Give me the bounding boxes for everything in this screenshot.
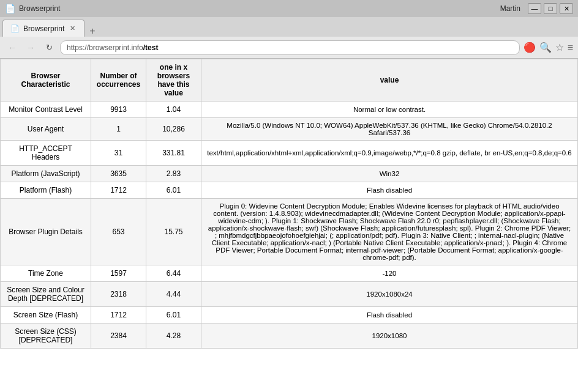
table-row: Platform (JavaScript)36352.83Win32 (1, 166, 578, 182)
cell-characteristic: Platform (Flash) (1, 182, 91, 199)
table-row: Platform (Flash)17126.01Flash disabled (1, 182, 578, 199)
cell-characteristic: Browser Plugin Details (1, 199, 91, 265)
url-path: /test (143, 43, 159, 52)
browser-tab[interactable]: 📄 Browserprint ✕ (2, 20, 84, 37)
table-row: HTTP_ACCEPT Headers31331.81text/html,app… (1, 141, 578, 166)
cell-value: 1920x1080 (201, 324, 578, 349)
table-row: Screen Size and Colour Depth [DEPRECATED… (1, 282, 578, 307)
cell-value: -120 (201, 265, 578, 282)
url-text: https://browserprint.info/test (67, 43, 158, 52)
col-header-occurrences: Number of occurrences (91, 59, 146, 102)
cell-occurrences: 3635 (91, 166, 146, 182)
cell-characteristic: Monitor Contrast Level (1, 102, 91, 118)
new-tab-button[interactable]: + (87, 26, 97, 37)
cell-value: Flash disabled (201, 182, 578, 199)
fingerprint-table: Browser Characteristic Number of occurre… (0, 59, 578, 349)
table-row: User Agent110,286Mozilla/5.0 (Windows NT… (1, 118, 578, 141)
cell-characteristic: Platform (JavaScript) (1, 166, 91, 182)
table-row: Browser Plugin Details65315.75Plugin 0: … (1, 199, 578, 265)
cell-occurrences: 2384 (91, 324, 146, 349)
cell-value: Plugin 0: Widevine Content Decryption Mo… (201, 199, 578, 265)
table-row: Screen Size (Flash)17126.01Flash disable… (1, 307, 578, 324)
cell-characteristic: User Agent (1, 118, 91, 141)
close-button[interactable]: ✕ (560, 3, 573, 14)
cell-occurrences: 2318 (91, 282, 146, 307)
content-area: Browser Characteristic Number of occurre… (0, 59, 578, 392)
url-prefix: https://browserprint.info (67, 43, 143, 52)
col-header-value: value (201, 59, 578, 102)
minimize-button[interactable]: — (528, 3, 541, 14)
cell-one-in-x: 6.01 (146, 307, 201, 324)
cell-occurrences: 1 (91, 118, 146, 141)
cell-characteristic: Screen Size and Colour Depth [DEPRECATED… (1, 282, 91, 307)
cell-one-in-x: 2.83 (146, 166, 201, 182)
title-bar-left: 📄 Browserprint (5, 4, 60, 13)
cell-value: Flash disabled (201, 307, 578, 324)
title-bar-right: Martin — □ ✕ (500, 3, 573, 14)
cell-one-in-x: 331.81 (146, 141, 201, 166)
tab-bar: 📄 Browserprint ✕ + (0, 17, 578, 37)
cell-one-in-x: 6.44 (146, 265, 201, 282)
cell-occurrences: 1712 (91, 307, 146, 324)
app-icon: 📄 (5, 4, 15, 13)
address-icons: 🔴 🔍 ☆ ≡ (524, 42, 573, 53)
cell-occurrences: 1712 (91, 182, 146, 199)
cell-value: 1920x1080x24 (201, 282, 578, 307)
table-row: Screen Size (CSS) [DEPRECATED]23844.2819… (1, 324, 578, 349)
cell-characteristic: Screen Size (CSS) [DEPRECATED] (1, 324, 91, 349)
back-button[interactable]: ← (5, 40, 20, 55)
table-row: Monitor Contrast Level99131.04Normal or … (1, 102, 578, 118)
cell-one-in-x: 4.28 (146, 324, 201, 349)
tab-label: Browserprint (23, 24, 64, 33)
star-icon[interactable]: ☆ (555, 42, 564, 53)
maximize-button[interactable]: □ (544, 3, 557, 14)
cell-occurrences: 9913 (91, 102, 146, 118)
col-header-characteristic: Browser Characteristic (1, 59, 91, 102)
url-bar[interactable]: https://browserprint.info/test (60, 40, 520, 55)
cell-one-in-x: 15.75 (146, 199, 201, 265)
username: Martin (500, 4, 520, 13)
cell-value: Mozilla/5.0 (Windows NT 10.0; WOW64) App… (201, 118, 578, 141)
cell-one-in-x: 4.44 (146, 282, 201, 307)
cell-one-in-x: 6.01 (146, 182, 201, 199)
address-bar: ← → ↻ https://browserprint.info/test 🔴 🔍… (0, 37, 578, 59)
search-icon[interactable]: 🔍 (539, 42, 552, 53)
reload-button[interactable]: ↻ (42, 40, 56, 55)
cell-occurrences: 31 (91, 141, 146, 166)
cell-characteristic: HTTP_ACCEPT Headers (1, 141, 91, 166)
tab-close-button[interactable]: ✕ (68, 24, 77, 33)
forward-button[interactable]: → (23, 40, 38, 55)
window-title: Browserprint (19, 4, 60, 13)
extension-icon[interactable]: 🔴 (524, 42, 536, 53)
cell-value: Normal or low contrast. (201, 102, 578, 118)
cell-value: text/html,application/xhtml+xml,applicat… (201, 141, 578, 166)
cell-occurrences: 1597 (91, 265, 146, 282)
col-header-one-in-x: one in x browsers have this value (146, 59, 201, 102)
cell-characteristic: Screen Size (Flash) (1, 307, 91, 324)
cell-value: Win32 (201, 166, 578, 182)
menu-icon[interactable]: ≡ (568, 42, 573, 53)
cell-one-in-x: 1.04 (146, 102, 201, 118)
title-bar: 📄 Browserprint Martin — □ ✕ (0, 0, 578, 17)
table-row: Time Zone15976.44-120 (1, 265, 578, 282)
cell-characteristic: Time Zone (1, 265, 91, 282)
cell-one-in-x: 10,286 (146, 118, 201, 141)
cell-occurrences: 653 (91, 199, 146, 265)
tab-icon: 📄 (10, 24, 20, 33)
